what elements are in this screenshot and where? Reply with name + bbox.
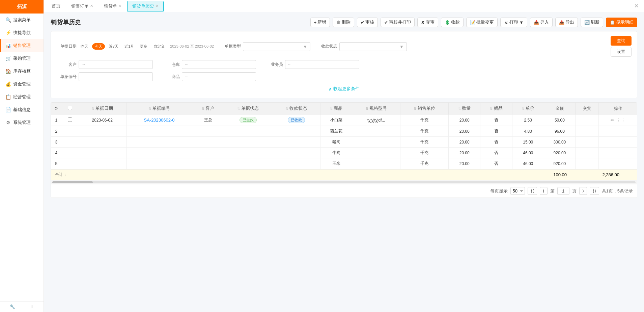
import-button[interactable]: 📥导入 — [530, 18, 553, 27]
sidebar-item-sys-mgmt[interactable]: ⚙ 系统管理 — [0, 116, 44, 129]
doc-no-link[interactable]: SA-20230602-0 — [144, 118, 174, 123]
abandon-button[interactable]: ✘弃审 — [417, 18, 438, 27]
review-print-button[interactable]: ✔审核并打印 — [381, 18, 415, 27]
sidebar-item-operations[interactable]: 📋 经营管理 — [0, 90, 44, 103]
customer-dots[interactable]: ··· — [82, 62, 85, 67]
per-page-select[interactable]: 50 — [510, 187, 525, 195]
doc-no-input[interactable] — [79, 72, 153, 81]
abandon-icon: ✘ — [421, 20, 425, 25]
sidebar-item-purchase-mgmt[interactable]: 🛒 采购管理 — [0, 52, 44, 65]
row-docno — [127, 126, 192, 137]
sidebar-item-label: 库存核算 — [13, 68, 31, 74]
row-doc-status — [224, 126, 272, 137]
collect-status-label: 收款状态 — [317, 44, 337, 49]
tab-sales-history[interactable]: 销货单历史 ✕ — [127, 1, 164, 11]
row-checkbox[interactable] — [62, 148, 78, 158]
tab-sales-order-close[interactable]: ✕ — [90, 4, 93, 8]
sidebar-item-finance[interactable]: 💰 资金管理 — [0, 78, 44, 90]
collectstatus-column-header[interactable]: ⇅ 收款状态 — [272, 103, 320, 114]
tab-sales-goods-close[interactable]: ✕ — [118, 4, 121, 8]
row-unit: 千克 — [400, 158, 449, 169]
scrollbar-track[interactable] — [52, 181, 636, 183]
tab-sales-history-close[interactable]: ✕ — [156, 4, 159, 8]
row-checkbox[interactable] — [62, 126, 78, 137]
sidebar-item-search-menu[interactable]: 🔍 搜索菜单 — [0, 14, 44, 26]
date-tag-more[interactable]: 更多 — [138, 43, 149, 50]
tab-sales-order[interactable]: 销售订单 ✕ — [66, 1, 98, 11]
delete-button[interactable]: 🗑删除 — [333, 18, 354, 27]
next-page-button[interactable]: ⟩ — [579, 187, 587, 195]
scrollbar-thumb[interactable] — [52, 181, 93, 183]
unit-column-header[interactable]: ⇅ 销售单位 — [400, 103, 449, 114]
collect-status-input[interactable]: ▼ — [339, 42, 407, 51]
goods-column-header[interactable]: ⇅ 商品 — [320, 103, 352, 114]
sidebar-settings-icon[interactable]: 🔧 — [10, 304, 15, 309]
sidebar-item-quick-nav[interactable]: ⚡ 快捷导航 — [0, 26, 44, 39]
qty-column-header[interactable]: ⇅ 数量 — [449, 103, 480, 114]
row-customer — [192, 126, 224, 137]
amount-column-header: 金额 — [544, 103, 575, 114]
window-close-icon[interactable]: ✕ — [632, 3, 641, 9]
sidebar-item-sales-mgmt[interactable]: 📊 销售管理 — [0, 39, 44, 52]
collapse-button[interactable]: ∧ 收起更多条件 — [56, 84, 632, 93]
tab-sales-goods[interactable]: 销货单 ✕ — [99, 1, 127, 11]
horizontal-scrollbar[interactable] — [51, 180, 637, 184]
add-button[interactable]: +新增 — [310, 18, 330, 27]
row-select-checkbox[interactable] — [68, 118, 72, 122]
customer-input[interactable]: ··· — [79, 60, 153, 69]
collapse-arrow-icon: ∧ — [329, 86, 332, 92]
date-tag-1month[interactable]: 近1月 — [122, 43, 136, 50]
row-goods: 玉米 — [320, 158, 352, 169]
sidebar: 拓源 🔍 搜索菜单 ⚡ 快捷导航 📊 销售管理 🛒 采购管理 🏠 库存核算 💰 … — [0, 0, 44, 312]
row-checkbox[interactable] — [62, 158, 78, 169]
sales-staff-input[interactable]: ··· — [285, 60, 359, 69]
docno-column-header[interactable]: ⇅ 单据编号 — [127, 103, 192, 114]
page-number-input[interactable] — [557, 187, 569, 195]
edit-action-icon[interactable]: ✏ — [611, 118, 615, 123]
sort-icon: ⇅ — [414, 107, 416, 110]
collect-status-badge: 已收款 — [288, 117, 305, 123]
doc-type-input[interactable]: ▼ — [243, 42, 310, 51]
sales-staff-dots[interactable]: ··· — [288, 62, 291, 67]
date-tag-custom[interactable]: 自定义 — [151, 43, 167, 50]
row-checkbox[interactable] — [62, 137, 78, 148]
tab-home[interactable]: 首页 — [47, 1, 65, 11]
sidebar-collapse-icon[interactable]: ⏸ — [29, 304, 34, 309]
warehouse-input[interactable]: ··· — [182, 60, 256, 69]
review-button[interactable]: ✔审核 — [357, 18, 378, 27]
gift-column-header[interactable]: ⇅ 赠品 — [480, 103, 512, 114]
select-all-checkbox[interactable] — [68, 106, 72, 110]
export-button[interactable]: 📤导出 — [555, 18, 578, 27]
last-page-button[interactable]: ⟩⟩ — [590, 187, 599, 195]
row-trade — [575, 158, 598, 169]
collect-button[interactable]: 💲收款 — [441, 18, 464, 27]
date-column-header[interactable]: ⇅ 单据日期 — [78, 103, 127, 114]
customer-column-header[interactable]: ⇅ 客户 — [192, 103, 224, 114]
spec-column-header[interactable]: ⇅ 规格型号 — [352, 103, 400, 114]
prev-page-button[interactable]: ⟨ — [540, 187, 548, 195]
date-tag-7days[interactable]: 近7天 — [107, 43, 120, 50]
goods-dots[interactable]: ··· — [185, 74, 188, 79]
collect-icon: 💲 — [445, 20, 450, 25]
row-checkbox[interactable] — [62, 114, 78, 126]
print-button[interactable]: 🖨打印▼ — [500, 18, 527, 27]
goods-input[interactable]: ··· — [182, 72, 256, 81]
batch-change-button[interactable]: 📝批量变更 — [466, 18, 498, 27]
refresh-button[interactable]: 🔄刷新 — [581, 18, 603, 27]
query-button[interactable]: 查询 — [611, 36, 632, 46]
show-detail-button[interactable]: 📋显示明细 — [606, 18, 637, 27]
more-action-icon[interactable]: ⋮⋮ — [616, 118, 625, 123]
price-column-header[interactable]: ⇅ 单价 — [512, 103, 544, 114]
setting-button[interactable]: 设置 — [611, 47, 632, 57]
warehouse-dots[interactable]: ··· — [185, 62, 188, 67]
checkbox-column-header[interactable] — [62, 103, 78, 114]
sidebar-item-basic-info[interactable]: 📄 基础信息 — [0, 103, 44, 116]
tab-sales-goods-label: 销货单 — [104, 3, 117, 9]
date-tag-today[interactable]: 今天 — [92, 43, 105, 50]
gear-column-header[interactable]: ⚙ — [51, 103, 62, 114]
date-tag-yesterday[interactable]: 昨天 — [79, 43, 90, 50]
sidebar-item-inventory[interactable]: 🏠 库存核算 — [0, 65, 44, 78]
first-page-button[interactable]: ⟨⟨ — [528, 187, 537, 195]
docstatus-column-header[interactable]: ⇅ 单据状态 — [224, 103, 272, 114]
doc-type-label: 单据类型 — [221, 44, 241, 49]
